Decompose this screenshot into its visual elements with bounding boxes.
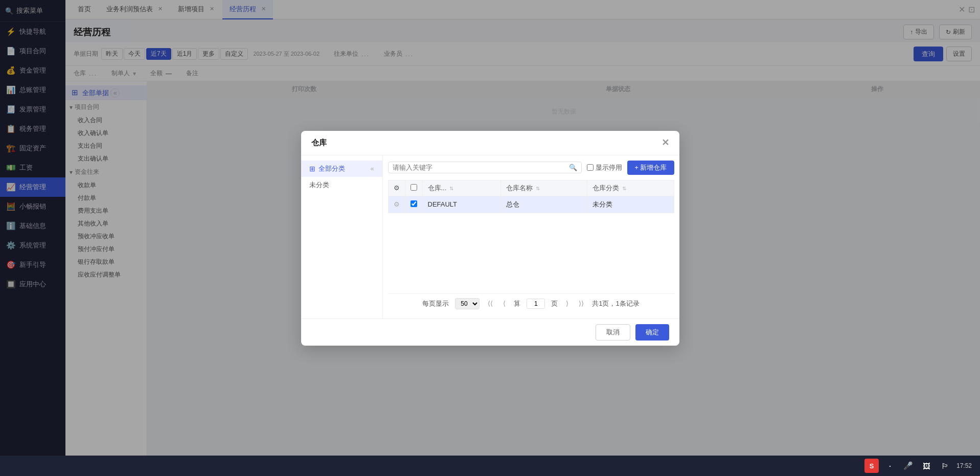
modal-actions: 取消 确定 bbox=[301, 319, 679, 346]
row-name: 总仓 bbox=[500, 196, 587, 213]
row-checkbox bbox=[405, 196, 422, 213]
row-settings-icon[interactable]: ⚙ bbox=[394, 200, 400, 208]
confirm-button[interactable]: 确定 bbox=[635, 324, 669, 341]
modal-title: 仓库 bbox=[311, 138, 327, 148]
modal-toolbar: 🔍 显示停用 + 新增仓库 bbox=[388, 161, 674, 175]
settings-icon[interactable]: ⚙ bbox=[394, 184, 400, 192]
col-warehouse-code: 仓库... ⇅ bbox=[422, 180, 500, 196]
modal-overlay: 仓库 ✕ ⊞ 全部分类 « 未分类 🔍 bbox=[0, 0, 980, 476]
select-all-checkbox[interactable] bbox=[411, 184, 417, 191]
taskbar-icon-mic[interactable]: 🎤 bbox=[901, 459, 916, 473]
row-settings: ⚙ bbox=[388, 196, 405, 213]
taskbar-icon-s[interactable]: S bbox=[864, 459, 879, 473]
col-warehouse-name: 仓库名称 ⇅ bbox=[500, 180, 587, 196]
modal-search-box: 🔍 bbox=[388, 162, 582, 173]
modal-search-input[interactable] bbox=[393, 164, 567, 171]
modal-categories: ⊞ 全部分类 « 未分类 bbox=[301, 155, 383, 319]
row-category: 未分类 bbox=[587, 196, 674, 213]
uncategorized-item[interactable]: 未分类 bbox=[301, 177, 382, 193]
taskbar-icon-flag[interactable]: 🏳 bbox=[938, 459, 952, 473]
sort-icon-category[interactable]: ⇅ bbox=[622, 186, 626, 191]
col-select-all bbox=[405, 180, 422, 196]
modal-table-wrap: ⚙ 仓库... ⇅ 仓库名称 bbox=[388, 180, 674, 293]
modal-right: 🔍 显示停用 + 新增仓库 bbox=[383, 155, 679, 319]
modal-table-row[interactable]: ⚙ DEFAULT 总仓 未分类 bbox=[388, 196, 674, 213]
modal-close-btn[interactable]: ✕ bbox=[662, 138, 669, 147]
modal-body: ⊞ 全部分类 « 未分类 🔍 显示停用 bbox=[301, 155, 679, 319]
show-disabled-checkbox-label[interactable]: 显示停用 bbox=[587, 163, 622, 172]
col-settings-icon: ⚙ bbox=[388, 180, 405, 196]
warehouse-modal: 仓库 ✕ ⊞ 全部分类 « 未分类 🔍 bbox=[301, 131, 679, 346]
modal-pagination: 每页显示 50 ⟨⟨ ⟨ 算 页 ⟩ ⟩⟩ 共1页，1条记录 bbox=[388, 293, 674, 313]
modal-prev-page-btn[interactable]: ⟨ bbox=[501, 300, 508, 307]
modal-table-header-row: ⚙ 仓库... ⇅ 仓库名称 bbox=[388, 180, 674, 196]
row-code: DEFAULT bbox=[422, 196, 500, 213]
modal-table: ⚙ 仓库... ⇅ 仓库名称 bbox=[388, 180, 674, 213]
modal-page-input[interactable] bbox=[527, 299, 545, 309]
search-icon-modal[interactable]: 🔍 bbox=[569, 164, 577, 171]
modal-last-page-btn[interactable]: ⟩⟩ bbox=[577, 300, 586, 307]
add-warehouse-button[interactable]: + 新增仓库 bbox=[627, 161, 674, 175]
all-category-item[interactable]: ⊞ 全部分类 « bbox=[301, 161, 382, 177]
sort-icon-code[interactable]: ⇅ bbox=[449, 186, 453, 191]
row-select-checkbox[interactable] bbox=[411, 200, 417, 207]
taskbar-icon-dot[interactable]: · bbox=[883, 459, 897, 473]
collapse-modal-tree-btn[interactable]: « bbox=[371, 165, 374, 172]
modal-per-page-select[interactable]: 50 bbox=[455, 298, 480, 309]
modal-page-unit: 页 bbox=[551, 299, 558, 308]
sort-icon-name[interactable]: ⇅ bbox=[536, 186, 540, 191]
cancel-button[interactable]: 取消 bbox=[596, 324, 630, 341]
col-warehouse-category: 仓库分类 ⇅ bbox=[587, 180, 674, 196]
taskbar-icon-pic[interactable]: 🖼 bbox=[920, 459, 934, 473]
modal-header: 仓库 ✕ bbox=[301, 131, 679, 155]
show-disabled-checkbox[interactable] bbox=[587, 164, 594, 171]
taskbar-time: 17:52 bbox=[956, 462, 972, 469]
grid-icon-modal: ⊞ bbox=[309, 165, 315, 173]
modal-per-page-label: 每页显示 bbox=[422, 299, 449, 308]
modal-first-page-btn[interactable]: ⟨⟨ bbox=[486, 300, 495, 307]
modal-next-page-btn[interactable]: ⟩ bbox=[564, 300, 571, 307]
modal-page-label: 算 bbox=[514, 299, 520, 308]
modal-total-text: 共1页，1条记录 bbox=[592, 299, 639, 308]
taskbar: S · 🎤 🖼 🏳 17:52 bbox=[0, 456, 980, 476]
